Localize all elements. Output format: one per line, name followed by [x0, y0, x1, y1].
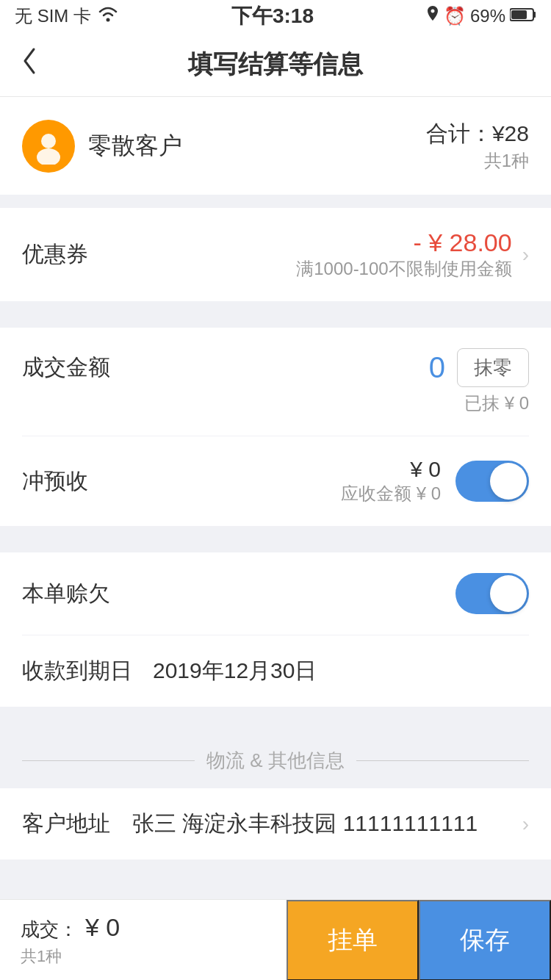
status-left: 无 SIM 卡 — [15, 4, 119, 28]
deal-amount-sub: 已抹 ¥ 0 — [22, 392, 529, 415]
address-chevron-icon: › — [522, 813, 529, 836]
bottom-deal: 成交： ¥ 0 — [21, 913, 266, 943]
advance-amounts: ¥ 0 应收金额 ¥ 0 — [341, 457, 441, 505]
bottom-deal-label: 成交： — [21, 917, 78, 943]
customer-card: 零散客户 合计：¥28 共1种 — [0, 97, 551, 195]
debt-toggle-knob — [490, 575, 527, 612]
location-icon — [426, 6, 439, 26]
coupon-right: - ¥ 28.00 满1000-100不限制使用金额 › — [296, 228, 529, 281]
debt-row: 本单赊欠 — [0, 552, 551, 635]
advance-amount: ¥ 0 — [341, 457, 441, 482]
address-card[interactable]: 客户地址 张三 海淀永丰科技园 11111111111 › — [0, 788, 551, 860]
customer-right: 合计：¥28 共1种 — [426, 119, 529, 173]
wifi-icon — [97, 6, 119, 26]
logistics-line-right — [356, 760, 529, 761]
duedate-row: 收款到期日 2019年12月30日 — [22, 656, 529, 686]
coupon-values: - ¥ 28.00 满1000-100不限制使用金额 — [296, 228, 511, 281]
pending-button[interactable]: 挂单 — [287, 900, 419, 981]
logistics-text: 物流 & 其他信息 — [206, 748, 345, 774]
coupon-desc: 满1000-100不限制使用金额 — [296, 257, 511, 281]
coupon-row[interactable]: 优惠券 - ¥ 28.00 满1000-100不限制使用金额 › — [0, 208, 551, 301]
save-button[interactable]: 保存 — [419, 900, 551, 981]
status-right: ⏰ 69% — [426, 6, 536, 26]
customer-row: 零散客户 合计：¥28 共1种 — [0, 97, 551, 195]
debt-card: 本单赊欠 收款到期日 2019年12月30日 — [0, 552, 551, 707]
deal-amount-label: 成交金额 — [22, 353, 110, 383]
logistics-sep: 物流 & 其他信息 — [0, 733, 551, 788]
advance-row: 冲预收 ¥ 0 应收金额 ¥ 0 — [0, 436, 551, 526]
content: 零散客户 合计：¥28 共1种 优惠券 - ¥ 28.00 满1000-100不… — [0, 97, 551, 961]
duedate-section: 收款到期日 2019年12月30日 — [0, 635, 551, 707]
bottom-count: 共1种 — [21, 945, 266, 968]
customer-left: 零散客户 — [22, 120, 182, 173]
nav-bar: 填写结算等信息 — [0, 32, 551, 97]
customer-total: 合计：¥28 — [426, 119, 529, 149]
customer-name: 零散客户 — [88, 130, 182, 162]
deal-amount-right: 0 抹零 — [429, 348, 529, 387]
duedate-value: 2019年12月30日 — [153, 656, 317, 686]
advance-toggle[interactable] — [455, 461, 529, 502]
address-label: 客户地址 — [22, 809, 110, 839]
coupon-label: 优惠券 — [22, 239, 88, 270]
round-button[interactable]: 抹零 — [457, 348, 529, 387]
battery-text: 69% — [470, 6, 505, 26]
status-time: 下午3:18 — [231, 2, 314, 30]
battery-icon — [510, 6, 536, 26]
debt-label: 本单赊欠 — [22, 579, 110, 609]
address-right: › — [522, 813, 529, 836]
deal-amount-section: 成交金额 0 抹零 已抹 ¥ 0 — [0, 328, 551, 436]
advance-label: 冲预收 — [22, 466, 88, 497]
svg-point-0 — [107, 18, 110, 22]
bottom-left: 成交： ¥ 0 共1种 — [0, 913, 287, 968]
page-title: 填写结算等信息 — [188, 48, 363, 82]
section-sep-1 — [0, 314, 551, 328]
avatar — [22, 120, 75, 173]
customer-count: 共1种 — [426, 149, 529, 173]
section-sep-3 — [0, 720, 551, 733]
deal-amount-value: 0 — [429, 351, 445, 384]
address-value: 张三 海淀永丰科技园 11111111111 — [132, 809, 522, 839]
address-row[interactable]: 客户地址 张三 海淀永丰科技园 11111111111 › — [0, 788, 551, 860]
deal-amount-row: 成交金额 0 抹零 — [22, 348, 529, 387]
coupon-amount: - ¥ 28.00 — [296, 228, 511, 257]
advance-sub: 应收金额 ¥ 0 — [341, 482, 441, 505]
svg-point-5 — [37, 148, 60, 165]
alarm-icon: ⏰ — [444, 6, 466, 26]
debt-toggle[interactable] — [455, 573, 529, 614]
deal-amount-card: 成交金额 0 抹零 已抹 ¥ 0 冲预收 ¥ 0 应收金额 ¥ 0 — [0, 328, 551, 526]
bottom-deal-amount: ¥ 0 — [85, 913, 120, 942]
coupon-card[interactable]: 优惠券 - ¥ 28.00 满1000-100不限制使用金额 › — [0, 208, 551, 301]
back-button[interactable] — [21, 46, 38, 82]
toggle-knob — [490, 463, 527, 500]
section-sep-2 — [0, 539, 551, 552]
svg-rect-3 — [511, 10, 527, 19]
bottom-bar: 成交： ¥ 0 共1种 挂单 保存 — [0, 899, 551, 980]
sim-text: 无 SIM 卡 — [15, 4, 91, 28]
duedate-label: 收款到期日 — [22, 656, 132, 686]
advance-right: ¥ 0 应收金额 ¥ 0 — [341, 457, 529, 505]
status-bar: 无 SIM 卡 下午3:18 ⏰ 69% — [0, 0, 551, 32]
chevron-icon: › — [522, 243, 529, 267]
logistics-line-left — [22, 760, 195, 761]
svg-point-4 — [41, 134, 56, 148]
svg-rect-2 — [533, 12, 536, 18]
